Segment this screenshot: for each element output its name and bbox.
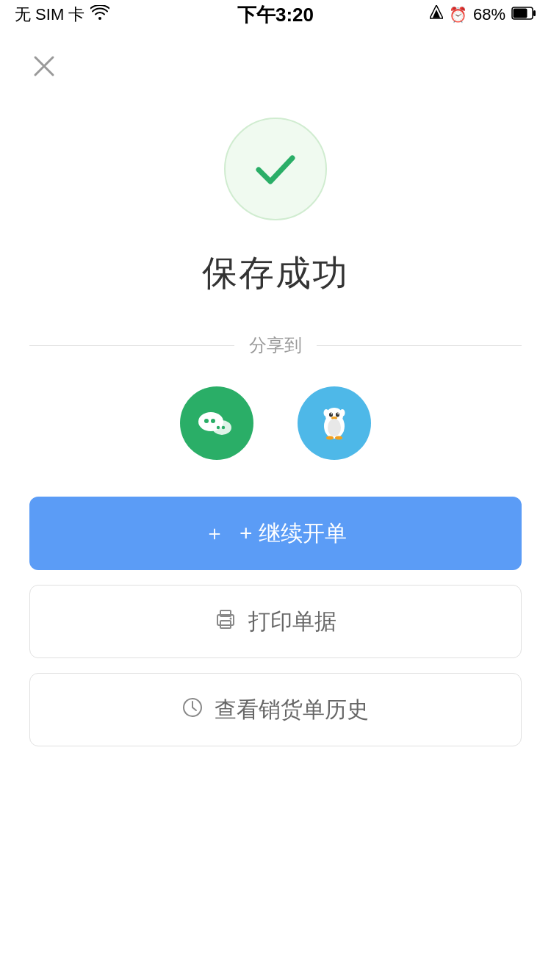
svg-point-14 [336, 413, 339, 417]
share-divider-right [317, 345, 522, 346]
share-divider-row: 分享到 [29, 334, 522, 357]
continue-icon: ＋ [204, 519, 225, 547]
success-icon-container [224, 118, 327, 220]
svg-point-21 [326, 436, 334, 440]
close-button[interactable] [22, 44, 66, 88]
status-bar: 无 SIM 卡 下午3:20 ⏰ 68% [0, 0, 551, 29]
status-time: 下午3:20 [237, 2, 314, 28]
svg-rect-1 [514, 9, 527, 18]
main-content: 保存成功 分享到 [0, 103, 551, 980]
svg-point-6 [204, 419, 209, 423]
qq-share-button[interactable] [298, 386, 371, 460]
share-divider-left [29, 345, 234, 346]
battery-text: 68% [473, 5, 505, 24]
share-section: 分享到 [29, 334, 522, 460]
action-buttons: ＋ + 继续开单 打印单据 查看销货单历 [29, 497, 522, 746]
battery-icon [511, 5, 536, 24]
qq-icon [312, 401, 356, 445]
svg-point-18 [328, 419, 341, 436]
carrier-text: 无 SIM 卡 [15, 4, 84, 26]
print-icon [215, 609, 237, 635]
location-icon [430, 5, 443, 24]
print-button[interactable]: 打印单据 [29, 585, 522, 658]
wechat-icon [195, 401, 239, 445]
history-button[interactable]: 查看销货单历史 [29, 673, 522, 746]
svg-point-26 [230, 617, 232, 619]
checkmark-icon [250, 143, 301, 195]
svg-point-19 [324, 409, 329, 417]
share-icons-row [180, 386, 371, 460]
print-label: 打印单据 [248, 607, 336, 637]
svg-point-13 [329, 413, 333, 417]
status-left: 无 SIM 卡 [15, 4, 109, 26]
history-label: 查看销货单历史 [215, 695, 369, 725]
svg-point-16 [337, 413, 339, 414]
share-label: 分享到 [249, 334, 302, 357]
wifi-icon [90, 5, 109, 24]
svg-rect-2 [533, 10, 536, 16]
svg-point-9 [217, 426, 220, 429]
history-icon [182, 697, 203, 723]
continue-button[interactable]: ＋ + 继续开单 [29, 497, 522, 570]
continue-label: + 继续开单 [240, 519, 347, 549]
alarm-icon: ⏰ [449, 6, 467, 24]
status-right: ⏰ 68% [430, 5, 536, 24]
svg-point-7 [211, 419, 215, 423]
svg-point-15 [331, 413, 332, 414]
svg-point-20 [340, 409, 345, 417]
wechat-share-button[interactable] [180, 386, 253, 460]
success-title: 保存成功 [202, 250, 349, 297]
svg-point-22 [335, 436, 342, 440]
svg-point-10 [222, 426, 225, 429]
